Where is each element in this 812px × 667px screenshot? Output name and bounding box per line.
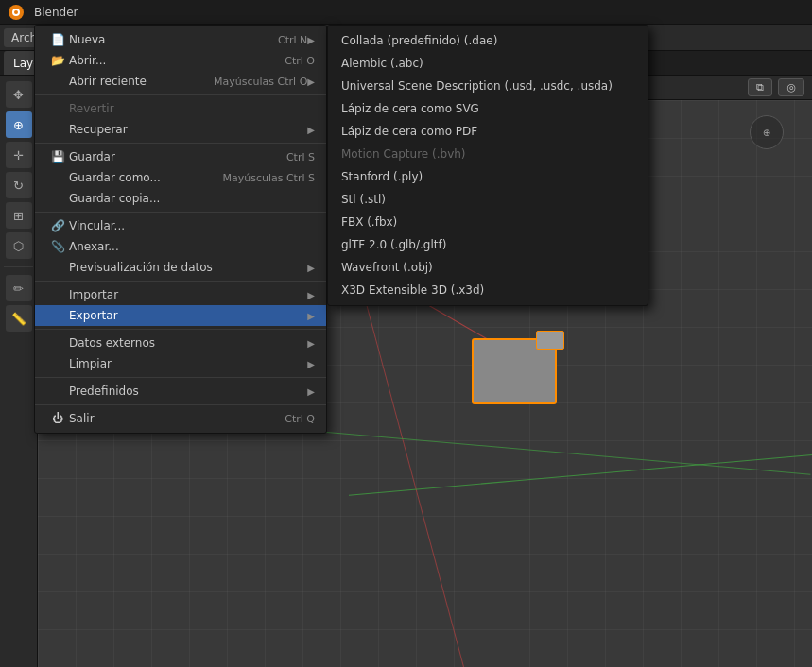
- sidebar-transform-icon[interactable]: ⬡: [6, 232, 32, 259]
- datos-externos-label: Datos externos: [69, 336, 307, 350]
- export-collada[interactable]: Collada (predefinido) (.dae): [328, 29, 648, 52]
- guardar-copia-label: Guardar copia...: [69, 192, 315, 205]
- menu-guardar[interactable]: 💾 Guardar Ctrl S: [35, 146, 326, 167]
- blender-logo-icon: [8, 4, 25, 21]
- cube-object[interactable]: [472, 338, 557, 404]
- vincular-label: Vincular...: [69, 219, 315, 232]
- gizmo-button[interactable]: ◎: [778, 78, 804, 96]
- menu-abrir[interactable]: 📂 Abrir... Ctrl O: [35, 50, 326, 71]
- abrir-label: Abrir...: [69, 54, 277, 67]
- nueva-icon: 📄: [46, 33, 69, 46]
- export-grease-svg[interactable]: Lápiz de cera como SVG: [328, 97, 648, 120]
- importar-arrow: ▶: [307, 290, 315, 300]
- top-bar: Blender: [0, 0, 812, 25]
- menu-datos-externos[interactable]: Datos externos ▶: [35, 333, 326, 353]
- export-motion-capture: Motion Capture (.bvh): [328, 143, 648, 165]
- menu-anexar[interactable]: 📎 Anexar...: [35, 236, 326, 257]
- guardar-como-label: Guardar como...: [69, 171, 215, 184]
- salir-icon: ⏻: [46, 412, 69, 425]
- export-stanford[interactable]: Stanford (.ply): [328, 165, 648, 188]
- salir-label: Salir: [69, 412, 277, 425]
- salir-shortcut: Ctrl Q: [285, 413, 315, 425]
- menu-guardar-copia[interactable]: Guardar copia...: [35, 188, 326, 209]
- export-x3d[interactable]: X3D Extensible 3D (.x3d): [328, 279, 648, 301]
- sidebar-measure-icon[interactable]: 📏: [6, 305, 32, 332]
- menu-nueva[interactable]: 📄 Nueva Ctrl N ▶: [35, 29, 326, 50]
- separator-3: [35, 212, 326, 213]
- menu-guardar-como[interactable]: Guardar como... Mayúsculas Ctrl S: [35, 167, 326, 188]
- export-alembic[interactable]: Alembic (.abc): [328, 52, 648, 75]
- separator-5: [35, 329, 326, 330]
- previsualizacion-label: Previsualización de datos: [69, 261, 307, 274]
- abrir-shortcut: Ctrl O: [285, 55, 315, 67]
- menu-importar[interactable]: Importar ▶: [35, 284, 326, 305]
- menu-vincular[interactable]: 🔗 Vincular...: [35, 215, 326, 236]
- anexar-icon: 📎: [46, 240, 69, 253]
- menu-revertir: Revertir: [35, 98, 326, 119]
- export-grease-pdf[interactable]: Lápiz de cera como PDF: [328, 120, 648, 143]
- guardar-shortcut: Ctrl S: [286, 151, 315, 163]
- separator-7: [35, 404, 326, 405]
- guardar-como-shortcut: Mayúsculas Ctrl S: [222, 172, 315, 184]
- guardar-label: Guardar: [69, 150, 279, 163]
- menu-recuperar[interactable]: Recuperar ▶: [35, 119, 326, 140]
- file-menu-dropdown: 📄 Nueva Ctrl N ▶ 📂 Abrir... Ctrl O Abrir…: [34, 25, 327, 434]
- sidebar-annotate-icon[interactable]: ✏: [6, 275, 32, 301]
- nueva-label: Nueva: [69, 33, 270, 46]
- limpiar-label: Limpiar: [69, 357, 307, 370]
- overlay-button[interactable]: ⧉: [748, 78, 772, 96]
- abrir-icon: 📂: [46, 54, 69, 67]
- previsualizacion-arrow: ▶: [307, 263, 315, 273]
- anexar-label: Anexar...: [69, 240, 315, 253]
- left-sidebar: ✥ ⊕ ✛ ↻ ⊞ ⬡ ✏ 📏: [0, 76, 38, 667]
- separator-2: [35, 143, 326, 144]
- export-wavefront[interactable]: Wavefront (.obj): [328, 256, 648, 279]
- exportar-label: Exportar: [69, 309, 307, 322]
- export-fbx[interactable]: FBX (.fbx): [328, 211, 648, 233]
- export-gltf[interactable]: glTF 2.0 (.glb/.gltf): [328, 233, 648, 256]
- datos-externos-arrow: ▶: [307, 338, 315, 349]
- sidebar-move-icon[interactable]: ✛: [6, 142, 32, 168]
- menu-abrir-reciente[interactable]: Abrir reciente Mayúsculas Ctrl O ▶: [35, 71, 326, 92]
- exportar-arrow: ▶: [307, 311, 315, 321]
- nueva-arrow: ▶: [307, 35, 315, 45]
- abrir-reciente-label: Abrir reciente: [69, 75, 206, 88]
- export-usd[interactable]: Universal Scene Description (.usd, .usdc…: [328, 75, 648, 97]
- recuperar-label: Recuperar: [69, 123, 307, 136]
- revertir-label: Revertir: [69, 102, 315, 115]
- menu-previsualizacion[interactable]: Previsualización de datos ▶: [35, 257, 326, 278]
- menu-salir[interactable]: ⏻ Salir Ctrl Q: [35, 408, 326, 429]
- vincular-icon: 🔗: [46, 219, 69, 232]
- abrir-reciente-arrow: ▶: [307, 77, 315, 87]
- nueva-shortcut: Ctrl N: [278, 34, 307, 46]
- sidebar-cursor-icon[interactable]: ⊕: [6, 111, 32, 138]
- svg-point-2: [14, 10, 18, 14]
- separator-4: [35, 281, 326, 282]
- separator-1: [35, 94, 326, 95]
- export-stl[interactable]: Stl (.stl): [328, 188, 648, 211]
- guardar-icon: 💾: [46, 150, 69, 163]
- menu-exportar[interactable]: Exportar ▶: [35, 305, 326, 326]
- sidebar-select-icon[interactable]: ✥: [6, 81, 32, 108]
- predefinidos-label: Predefinidos: [69, 385, 307, 398]
- separator-6: [35, 377, 326, 378]
- menu-predefinidos[interactable]: Predefinidos ▶: [35, 381, 326, 402]
- importar-label: Importar: [69, 288, 307, 301]
- menu-limpiar[interactable]: Limpiar ▶: [35, 353, 326, 374]
- limpiar-arrow: ▶: [307, 359, 315, 369]
- app-title: Blender: [34, 6, 78, 19]
- viewport-compass[interactable]: ⊕: [750, 115, 784, 149]
- abrir-reciente-shortcut: Mayúsculas Ctrl O: [214, 76, 307, 88]
- predefinidos-arrow: ▶: [307, 386, 315, 397]
- recuperar-arrow: ▶: [307, 125, 315, 135]
- export-submenu: Collada (predefinido) (.dae) Alembic (.a…: [327, 25, 648, 306]
- sidebar-rotate-icon[interactable]: ↻: [6, 172, 32, 198]
- sidebar-scale-icon[interactable]: ⊞: [6, 202, 32, 229]
